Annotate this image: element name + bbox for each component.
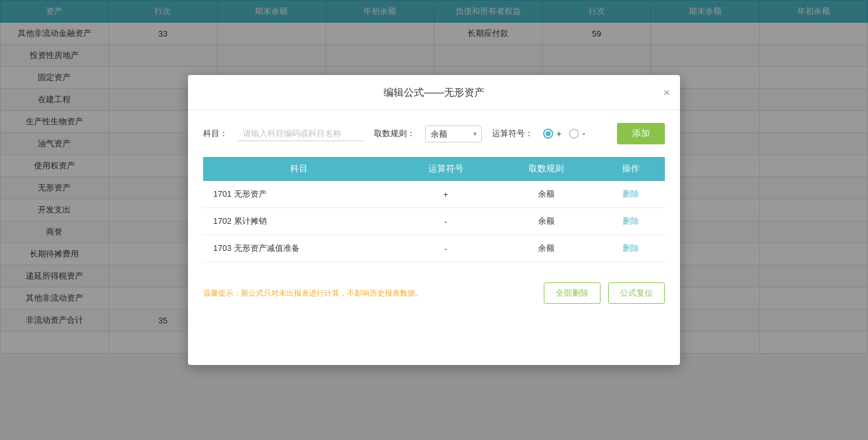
formula-rule-cell: 余额 [496, 181, 596, 208]
delete-all-button[interactable]: 全部删除 [544, 282, 601, 304]
footer-hint: 温馨提示：新公式只对未出报表进行计算，不影响历史报表数据。 [203, 288, 423, 299]
formula-table: 科目运算符号取数规则操作 1701 无形资产+余额删除1702 累计摊销-余额删… [203, 157, 665, 262]
formula-subject-cell: 1702 累计摊销 [203, 208, 396, 235]
formula-operator-cell: - [396, 208, 496, 235]
formula-rule-cell: 余额 [496, 235, 596, 262]
delete-link[interactable]: 删除 [623, 216, 639, 226]
formula-form: 科目： 取数规则： 余额借方贷方借方发生额贷方发生额 ▼ 运算符号： + - 添… [188, 110, 680, 157]
operator-plus-radio[interactable]: + [543, 129, 561, 139]
formula-subject-cell: 1701 无形资产 [203, 181, 396, 208]
formula-row: 1701 无形资产+余额删除 [203, 181, 665, 208]
rule-select-wrapper: 余额借方贷方借方发生额贷方发生额 ▼ [425, 125, 482, 142]
rule-label: 取数规则： [374, 128, 415, 139]
formula-table-header: 科目运算符号取数规则操作 [203, 157, 665, 181]
formula-subject-cell: 1703 无形资产减值准备 [203, 235, 396, 262]
delete-link[interactable]: 删除 [623, 243, 639, 253]
operator-plus-circle [543, 129, 553, 139]
formula-header-cell: 科目 [203, 157, 396, 181]
subject-label: 科目： [203, 128, 228, 139]
operator-plus-label: + [556, 129, 561, 139]
delete-link[interactable]: 删除 [623, 189, 639, 199]
operator-radio-group: + - [543, 129, 585, 139]
formula-header-cell: 操作 [596, 157, 665, 181]
modal-overlay: 编辑公式——无形资产 × 科目： 取数规则： 余额借方贷方借方发生额贷方发生额 … [0, 0, 868, 440]
footer-buttons: 全部删除 公式复位 [544, 282, 665, 304]
add-button[interactable]: 添加 [617, 123, 665, 144]
rule-select[interactable]: 余额借方贷方借方发生额贷方发生额 [425, 125, 482, 142]
formula-operator-cell: + [396, 181, 496, 208]
operator-minus-circle [569, 129, 579, 139]
formula-row: 1702 累计摊销-余额删除 [203, 208, 665, 235]
formula-rule-cell: 余额 [496, 208, 596, 235]
formula-action-cell: 删除 [596, 181, 665, 208]
formula-header-cell: 取数规则 [496, 157, 596, 181]
formula-operator-cell: - [396, 235, 496, 262]
modal-header: 编辑公式——无形资产 × [188, 75, 680, 110]
formula-table-body: 1701 无形资产+余额删除1702 累计摊销-余额删除1703 无形资产减值准… [203, 181, 665, 262]
operator-minus-label: - [582, 129, 585, 139]
edit-formula-modal: 编辑公式——无形资产 × 科目： 取数规则： 余额借方贷方借方发生额贷方发生额 … [188, 75, 680, 365]
modal-close-button[interactable]: × [663, 87, 670, 98]
formula-row: 1703 无形资产减值准备-余额删除 [203, 235, 665, 262]
formula-action-cell: 删除 [596, 208, 665, 235]
operator-minus-radio[interactable]: - [569, 129, 585, 139]
operator-label: 运算符号： [492, 128, 533, 139]
modal-footer: 温馨提示：新公式只对未出报表进行计算，不影响历史报表数据。 全部删除 公式复位 [188, 272, 680, 306]
subject-input[interactable] [238, 126, 364, 141]
formula-header-cell: 运算符号 [396, 157, 496, 181]
reset-formula-button[interactable]: 公式复位 [608, 282, 665, 304]
formula-table-wrapper: 科目运算符号取数规则操作 1701 无形资产+余额删除1702 累计摊销-余额删… [203, 157, 665, 262]
formula-action-cell: 删除 [596, 235, 665, 262]
modal-title: 编辑公式——无形资产 [384, 86, 484, 100]
